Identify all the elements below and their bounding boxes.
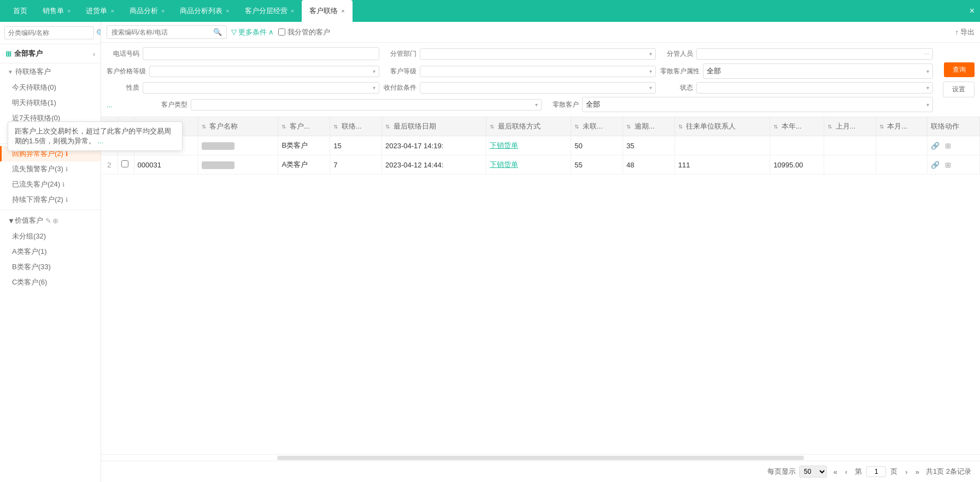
cust-grade-arrow-icon: ▾	[649, 68, 652, 74]
sidebar-item-tomorrow[interactable]: 明天待联络(1)	[0, 95, 101, 111]
row-grid-icon-1[interactable]: ⊞	[945, 142, 951, 150]
first-page-button[interactable]: «	[830, 467, 841, 477]
nav-analysis[interactable]: 商品分析 ×	[122, 0, 172, 22]
page-input[interactable]	[866, 466, 886, 477]
more-options-button[interactable]: ...	[107, 101, 113, 109]
close-all-button[interactable]: ×	[970, 6, 975, 16]
sort-last-month-icon: ⇅	[828, 124, 832, 130]
edit-icon[interactable]: ✎	[45, 217, 51, 225]
row-no-contact-1: 50	[571, 136, 623, 155]
row-last-date-1: 2023-04-17 14:19:	[382, 136, 486, 155]
last-page-button[interactable]: »	[912, 467, 923, 477]
row-last-method-1[interactable]: 下销货单	[486, 136, 571, 155]
next-page-button[interactable]: ›	[902, 467, 911, 477]
nav-sales[interactable]: 销售单 ×	[35, 0, 78, 22]
export-button[interactable]: ↑ 导出	[955, 27, 975, 37]
search-bar-icon[interactable]: 🔍	[213, 28, 222, 36]
sidebar-item-ungrouped[interactable]: 未分组(32)	[0, 229, 101, 244]
sidebar-item-declining[interactable]: 持续下滑客户(2) ℹ	[0, 192, 101, 207]
nav-purchase[interactable]: 进货单 ×	[78, 0, 121, 22]
close-customer-tier-icon[interactable]: ×	[291, 8, 294, 14]
phone-input[interactable]	[143, 47, 379, 60]
col-last-method[interactable]: ⇅ 最后联络方式	[486, 117, 571, 136]
payment-select[interactable]: ▾	[420, 82, 656, 94]
sidebar-item-loss-warning[interactable]: 流失预警客户(3) ℹ	[0, 161, 101, 177]
col-contact-person[interactable]: ⇅ 往来单位联系人	[674, 117, 770, 136]
col-contact-count[interactable]: ⇅ 联络...	[330, 117, 382, 136]
search-input[interactable]	[112, 28, 213, 36]
scrollbar-track	[277, 456, 805, 460]
row-this-year-2: 10995.00	[770, 155, 824, 175]
row-this-month-1	[876, 136, 928, 155]
per-page-label: 每页显示	[767, 467, 796, 477]
nature-select[interactable]: ▾	[143, 82, 379, 94]
col-type[interactable]: ⇅ 客户...	[278, 117, 330, 136]
sidebar-item-c-class[interactable]: C类客户(6)	[0, 275, 101, 290]
scatter-attr-select[interactable]: 全部 ▾	[703, 63, 933, 79]
info-icon-declining: ℹ	[66, 196, 68, 204]
per-page-select[interactable]: 50 100 200	[799, 466, 827, 478]
customer-table: ⚙ ⇅ 客户编码 ⇅ 客户名称	[101, 117, 980, 175]
sidebar-item-lost[interactable]: 已流失客户(24) ℹ	[0, 177, 101, 192]
col-last-month[interactable]: ⇅ 上月...	[824, 117, 876, 136]
col-name[interactable]: ⇅ 客户名称	[198, 117, 278, 136]
col-last-date[interactable]: ⇅ 最后联络日期	[382, 117, 486, 136]
sidebar-group-price[interactable]: ▼ 价值客户 ✎ ⊕	[0, 212, 101, 229]
my-customers-checkbox[interactable]	[278, 28, 285, 36]
horizontal-scrollbar[interactable]	[101, 454, 980, 461]
close-analysis-icon[interactable]: ×	[161, 8, 165, 14]
tooltip-more[interactable]: ...	[97, 137, 103, 145]
info-icon-abnormal: ℹ	[66, 150, 68, 158]
status-arrow-icon: ▾	[926, 85, 929, 91]
sidebar-search-icon[interactable]: 🔍	[96, 29, 101, 37]
chevron-down-icon: ∧	[268, 28, 274, 36]
manager-select[interactable]: ···	[696, 48, 933, 60]
all-customers-header[interactable]: ⊞ 全部客户 ›	[0, 44, 101, 63]
collapse-sidebar-icon[interactable]: ›	[93, 50, 95, 58]
triangle-icon: ▼	[8, 69, 13, 75]
prev-page-button[interactable]: ‹	[842, 467, 850, 477]
close-purchase-icon[interactable]: ×	[110, 8, 114, 14]
add-icon[interactable]: ⊕	[52, 217, 58, 225]
nav-customer-contact[interactable]: 客户联络 ×	[302, 0, 352, 22]
main-layout: 🔍 ⊞ 全部客户 › ▼ 待联络客户 今天待联络(0) 明天待联络(1) 近7天…	[0, 22, 980, 482]
cust-type-select[interactable]: ▾	[191, 99, 542, 111]
sort-no-contact-icon: ⇅	[574, 124, 579, 130]
close-sales-icon[interactable]: ×	[67, 8, 71, 14]
query-button[interactable]: 查询	[944, 62, 975, 77]
status-select[interactable]: ▾	[696, 82, 933, 94]
top-nav: 首页 销售单 × 进货单 × 商品分析 × 商品分析列表 × 客户分层经营 × …	[0, 0, 980, 22]
row-checkbox-input-2[interactable]	[121, 160, 128, 167]
row-grid-icon-2[interactable]: ⊞	[945, 161, 951, 169]
nav-analysis-list[interactable]: 商品分析列表 ×	[172, 0, 237, 22]
filter-bar: 🔍 ▽ 更多条件 ∧ 我分管的客户 ↑ 导出	[101, 22, 980, 43]
sidebar-item-b-class[interactable]: B类客户(33)	[0, 259, 101, 275]
sidebar-search-input[interactable]	[4, 26, 94, 39]
more-filters-button[interactable]: ▽ 更多条件 ∧	[231, 27, 274, 37]
filter-row-4: ... 客户类型 ▾ 零散客户 全部	[107, 97, 933, 112]
col-this-year[interactable]: ⇅ 本年...	[770, 117, 824, 136]
row-link-icon-1[interactable]: 🔗	[931, 142, 940, 150]
sidebar-divider-2	[0, 210, 101, 210]
sort-overdue-icon: ⇅	[626, 124, 631, 130]
filter-field-payment: 收付款条件 ▾	[384, 82, 656, 94]
price-grade-select[interactable]: ▾	[149, 66, 379, 77]
settings-button[interactable]: 设置	[943, 82, 975, 97]
row-last-method-2[interactable]: 下销货单	[486, 155, 571, 175]
scatter-cust-select[interactable]: 全部 ▾	[582, 97, 933, 112]
col-no-contact[interactable]: ⇅ 未联...	[571, 117, 623, 136]
row-type-1: B类客户	[278, 136, 330, 155]
sidebar-group-pending[interactable]: ▼ 待联络客户	[0, 63, 101, 80]
col-this-month[interactable]: ⇅ 本月...	[876, 117, 928, 136]
nav-home[interactable]: 首页	[5, 0, 35, 22]
sidebar-item-today[interactable]: 今天待联络(0)	[0, 80, 101, 95]
row-link-icon-2[interactable]: 🔗	[931, 161, 940, 169]
sidebar-item-a-class[interactable]: A类客户(1)	[0, 244, 101, 259]
cust-grade-select[interactable]: ▾	[420, 66, 656, 77]
dept-select[interactable]: ▾	[420, 48, 656, 60]
close-analysis-list-icon[interactable]: ×	[226, 8, 229, 14]
close-customer-contact-icon[interactable]: ×	[341, 8, 344, 14]
table-row: 2 000031 A类客户 7 2023-04-12 14:44: 下销货单 5…	[101, 155, 980, 175]
nav-customer-tier[interactable]: 客户分层经营 ×	[237, 0, 302, 22]
col-overdue[interactable]: ⇅ 逾期...	[623, 117, 675, 136]
